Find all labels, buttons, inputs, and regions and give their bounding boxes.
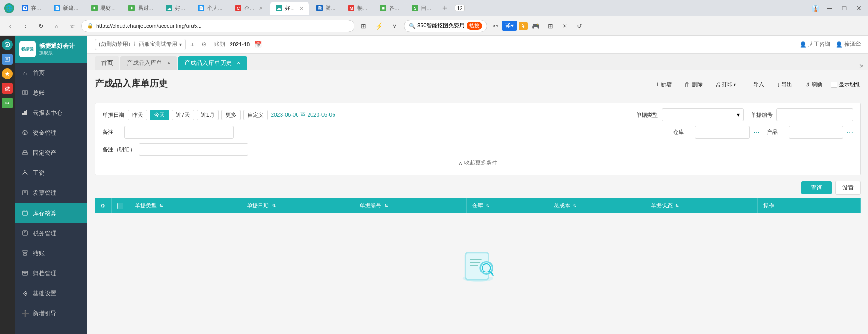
- page-tab-breadcrumb-home[interactable]: 首页: [95, 56, 119, 70]
- number-input[interactable]: [776, 108, 853, 121]
- sidebar-item-ledger[interactable]: 总账: [15, 83, 87, 103]
- page-tab-history[interactable]: 产成品入库单历史 ✕: [178, 56, 247, 70]
- collapse-bar[interactable]: ∧ 收起更多条件: [103, 156, 853, 170]
- lightning-button[interactable]: ⚡: [373, 20, 385, 32]
- browser-tab-9[interactable]: 腾 腾...: [311, 2, 341, 15]
- back-button[interactable]: ‹: [4, 20, 16, 32]
- sidebar-item-archive[interactable]: 归档管理: [15, 263, 87, 283]
- sidebar-item-closing[interactable]: 结账: [15, 243, 87, 263]
- tab-count[interactable]: 12: [455, 5, 465, 11]
- browser-tab-2[interactable]: 📄 新建...: [48, 2, 84, 15]
- type-select[interactable]: ▾: [662, 108, 744, 121]
- settings-gear-btn[interactable]: ⚙: [199, 39, 210, 50]
- note-input[interactable]: [124, 126, 234, 139]
- browser-tab-7[interactable]: C 企... ✕: [230, 2, 268, 15]
- browser-tab-6[interactable]: 📄 个人...: [192, 2, 228, 15]
- theme-button[interactable]: ☀: [559, 20, 571, 32]
- browser-logo[interactable]: 🌐: [4, 3, 15, 14]
- date-btn-7days[interactable]: 近7天: [172, 110, 194, 120]
- yuan-button[interactable]: ¥: [519, 22, 528, 30]
- user-service-btn[interactable]: 👤 人工咨询: [800, 41, 830, 48]
- sidebar-item-settings[interactable]: ⚙ 基础设置: [15, 283, 87, 303]
- maximize-button[interactable]: □: [839, 3, 850, 14]
- add-button[interactable]: + 新增: [652, 79, 676, 90]
- date-btn-custom[interactable]: 自定义: [243, 110, 268, 120]
- period-value[interactable]: 2021-10: [230, 41, 250, 48]
- browser-tab-8[interactable]: ☁ 好... ✕: [270, 2, 309, 15]
- sidebar-item-reports[interactable]: 云报表中心: [15, 103, 87, 123]
- detail-note-input[interactable]: [139, 143, 248, 156]
- sidebar-item-tax[interactable]: 税务管理: [15, 223, 87, 243]
- app-home-icon[interactable]: [2, 39, 13, 50]
- icon-sidebar-item-4[interactable]: 微: [2, 83, 13, 94]
- delete-button[interactable]: 🗑 删除: [680, 79, 707, 90]
- shirt-icon[interactable]: 👔: [810, 3, 821, 14]
- print-button[interactable]: 🖨 打印 ▾: [711, 79, 740, 90]
- browser-tab-1[interactable]: 在...: [16, 2, 46, 15]
- browser-tab-4[interactable]: ✦ 易财...: [123, 2, 159, 15]
- page-tab-list-close[interactable]: ✕: [167, 60, 171, 66]
- th-date[interactable]: 单据日期 ⇅: [241, 198, 354, 213]
- browser-tab-12[interactable]: S 目...: [406, 2, 437, 15]
- scissors-tool[interactable]: ✂: [492, 23, 500, 29]
- date-btn-yesterday[interactable]: 昨天: [128, 110, 147, 120]
- icon-sidebar-item-5[interactable]: ✉: [2, 98, 13, 108]
- close-button[interactable]: ✕: [853, 3, 864, 14]
- browser-search-box[interactable]: 🔍 360智能抠图免费用 热搜: [404, 20, 487, 32]
- tab-7-close[interactable]: ✕: [259, 5, 263, 11]
- home-button[interactable]: ⌂: [50, 20, 63, 32]
- page-tab-history-close[interactable]: ✕: [236, 60, 241, 66]
- page-tab-list[interactable]: 产成品入库单 ✕: [120, 56, 177, 70]
- grid-button[interactable]: ⊞: [544, 20, 557, 32]
- th-total-cost[interactable]: 总成本 ⇅: [548, 198, 645, 213]
- add-company-btn[interactable]: +: [190, 41, 194, 48]
- extensions-button[interactable]: ⊞: [357, 20, 370, 32]
- product-input[interactable]: [789, 126, 843, 139]
- show-detail-checkbox[interactable]: [831, 82, 837, 88]
- new-tab-button[interactable]: +: [438, 2, 451, 15]
- address-input[interactable]: 🔒 https://cloud.chanjet.com/accounting/u…: [81, 20, 354, 32]
- sidebar-item-invoice[interactable]: 发票管理: [15, 183, 87, 203]
- tab-8-close[interactable]: ✕: [299, 5, 303, 11]
- sidebar-item-new-entry[interactable]: ➕ 新增引导: [15, 303, 87, 324]
- hot-search-badge[interactable]: 热搜: [467, 22, 482, 30]
- browser-tab-11[interactable]: ■ 各...: [375, 2, 405, 15]
- product-more-btn[interactable]: ···: [847, 128, 853, 136]
- address-dropdown[interactable]: ∨: [388, 20, 401, 32]
- minimize-button[interactable]: ─: [824, 3, 835, 14]
- browser-tab-5[interactable]: ☁ 好...: [160, 2, 190, 15]
- sidebar-item-home[interactable]: ⌂ 首页: [15, 63, 87, 83]
- sidebar-item-funds[interactable]: ¥ 资金管理: [15, 123, 87, 143]
- sync-button[interactable]: ↺: [573, 20, 586, 32]
- import-button[interactable]: ↑ 导入: [744, 79, 769, 90]
- refresh-button[interactable]: ↻: [35, 20, 47, 32]
- date-btn-today[interactable]: 今天: [150, 110, 169, 120]
- bookmark-button[interactable]: ☆: [66, 20, 78, 32]
- select-all-checkbox[interactable]: [117, 203, 123, 209]
- date-btn-1month[interactable]: 近1月: [197, 110, 219, 120]
- translate-button[interactable]: 译▾: [502, 21, 517, 31]
- query-button[interactable]: 查询: [801, 181, 832, 194]
- date-btn-more[interactable]: 更多: [221, 110, 241, 120]
- browser-tab-10[interactable]: M 畅...: [343, 2, 373, 15]
- browser-settings-button[interactable]: ⋯: [588, 20, 601, 32]
- company-selector[interactable]: (勿删勿禁用）江西服宝测试专用 ▾: [95, 39, 186, 50]
- forward-button[interactable]: ›: [19, 20, 32, 32]
- sidebar-item-payroll[interactable]: 工资: [15, 163, 87, 183]
- export-button[interactable]: ↓ 导出: [772, 79, 797, 90]
- calendar-icon[interactable]: 📅: [254, 41, 262, 48]
- icon-sidebar-item-2[interactable]: [2, 54, 13, 65]
- th-number[interactable]: 单据编号 ⇅: [354, 198, 467, 213]
- user-avatar-btn[interactable]: 👤 徐泽华: [836, 41, 861, 48]
- warehouse-input[interactable]: [695, 126, 750, 139]
- sidebar-header[interactable]: 畅捷通 畅捷通好会计 旗舰版: [15, 36, 87, 63]
- warehouse-more-btn[interactable]: ···: [753, 128, 759, 136]
- th-type[interactable]: 单据类型 ⇅: [129, 198, 241, 213]
- th-status[interactable]: 单据状态 ⇅: [645, 198, 757, 213]
- th-warehouse[interactable]: 仓库 ⇅: [467, 198, 548, 213]
- game-button[interactable]: 🎮: [529, 20, 542, 32]
- close-panel-btn[interactable]: ✕: [859, 62, 864, 70]
- show-detail-toggle[interactable]: 显示明细: [831, 81, 861, 88]
- search-settings-button[interactable]: 设置: [835, 181, 861, 195]
- th-checkbox[interactable]: [111, 198, 129, 213]
